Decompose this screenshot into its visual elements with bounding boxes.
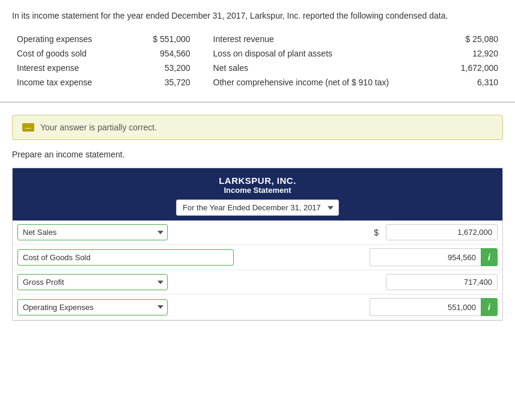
income-row-2: Gross Profit: [13, 270, 502, 294]
banner-text: Your answer is partially correct.: [40, 123, 157, 132]
table-row: Operating expenses $ 551,000 Interest re…: [12, 32, 503, 46]
income-row-3: Operating Expensesi: [13, 294, 502, 320]
currency-symbol-0: $: [371, 228, 381, 237]
banner-icon: —: [22, 123, 34, 132]
partial-correct-banner: — Your answer is partially correct.: [12, 115, 503, 140]
top-section: In its income statement for the year end…: [0, 0, 515, 103]
right-value: 6,310: [437, 75, 503, 90]
row-label-select-2[interactable]: Gross Profit: [17, 274, 168, 290]
right-label: Loss on disposal of plant assets: [195, 46, 437, 61]
income-statement-box: LARKSPUR, INC. Income Statement For the …: [12, 168, 503, 321]
value-group-0: [386, 224, 498, 240]
period-select[interactable]: For the Year Ended December 31, 2017: [176, 199, 339, 216]
left-label: Cost of goods sold: [12, 46, 129, 61]
info-button-3[interactable]: i: [481, 298, 498, 316]
right-label: Net sales: [195, 61, 437, 75]
intro-text: In its income statement for the year end…: [12, 10, 503, 22]
income-row-1: Cost of Goods Soldi: [13, 245, 502, 270]
income-body: Net Sales$Cost of Goods SoldiGross Profi…: [13, 221, 502, 320]
value-input-2[interactable]: [386, 274, 498, 290]
table-row: Interest expense 53,200 Net sales 1,672,…: [12, 61, 503, 75]
right-value: $ 25,080: [437, 32, 503, 46]
company-name: LARKSPUR, INC.: [19, 175, 496, 186]
left-value: 53,200: [129, 61, 195, 75]
answer-section: — Your answer is partially correct. Prep…: [0, 103, 515, 333]
table-row: Cost of goods sold 954,560 Loss on dispo…: [12, 46, 503, 61]
row-label-select-0[interactable]: Net Sales: [17, 224, 168, 240]
income-header: LARKSPUR, INC. Income Statement For the …: [13, 168, 502, 221]
right-value: 12,920: [437, 46, 503, 61]
right-label: Interest revenue: [195, 32, 437, 46]
left-label: Income tax expense: [12, 75, 129, 90]
period-select-wrapper[interactable]: For the Year Ended December 31, 2017: [19, 199, 496, 216]
given-data-table: Operating expenses $ 551,000 Interest re…: [12, 32, 503, 90]
info-button-1[interactable]: i: [481, 248, 498, 266]
row-label-text-1: Cost of Goods Sold: [17, 249, 234, 266]
left-value: 954,560: [129, 46, 195, 61]
prepare-label: Prepare an income statement.: [12, 150, 503, 159]
left-value: 35,720: [129, 75, 195, 90]
value-group-1: i: [370, 248, 498, 266]
row-label-select-3[interactable]: Operating Expenses: [17, 299, 168, 315]
statement-title: Income Statement: [19, 186, 496, 195]
left-label: Interest expense: [12, 61, 129, 75]
left-label: Operating expenses: [12, 32, 129, 46]
value-group-2: [386, 274, 498, 290]
right-value: 1,672,000: [437, 61, 503, 75]
left-value: $ 551,000: [129, 32, 195, 46]
table-row: Income tax expense 35,720 Other comprehe…: [12, 75, 503, 90]
value-group-3: i: [370, 298, 498, 316]
value-input-3[interactable]: [370, 298, 481, 316]
right-label: Other comprehensive income (net of $ 910…: [195, 75, 437, 90]
value-input-0[interactable]: [386, 224, 498, 240]
income-row-0: Net Sales$: [13, 221, 502, 245]
value-input-1[interactable]: [370, 248, 481, 266]
